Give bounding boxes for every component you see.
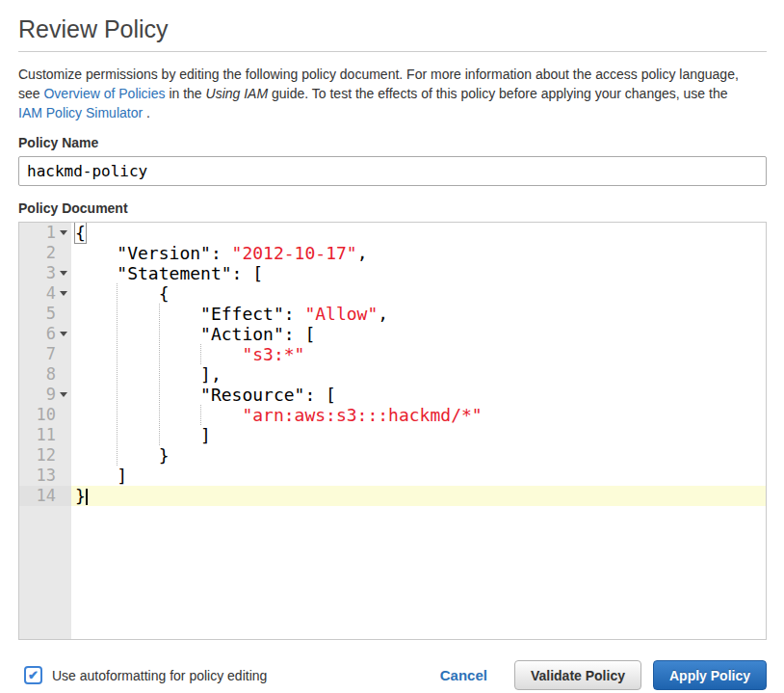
autoformat-checkbox[interactable]: ✔	[24, 666, 42, 684]
iam-policy-simulator-link[interactable]: IAM Policy Simulator	[18, 105, 143, 120]
json-punctuation: {	[75, 283, 170, 304]
editor-line-4[interactable]: 4 {	[19, 283, 766, 304]
editor-line-11[interactable]: 11 ]	[19, 425, 766, 445]
json-key: "Effect"	[200, 304, 284, 324]
fold-arrow-icon[interactable]	[60, 271, 67, 276]
json-punctuation: ],	[75, 364, 222, 385]
gutter-cell[interactable]: 7	[19, 344, 71, 364]
line-number: 14	[37, 486, 56, 505]
policy-document-editor[interactable]: 1{2 "Version": "2012-10-17",3 "Statement…	[18, 222, 767, 640]
intro-text: Using IAM	[206, 86, 269, 101]
json-punctuation: ]	[75, 466, 127, 486]
line-number: 6	[46, 324, 56, 343]
json-punctuation: ,	[378, 304, 388, 324]
code-line: ],	[71, 364, 766, 385]
policy-document-label: Policy Document	[18, 200, 767, 216]
gutter-cell[interactable]: 5	[19, 304, 71, 324]
line-number: 7	[46, 344, 56, 363]
json-punctuation	[75, 385, 200, 405]
indent-guide	[159, 304, 160, 445]
autoformat-checkbox-wrap[interactable]: ✔ Use autoformatting for policy editing	[24, 666, 267, 684]
code-line: ]	[71, 425, 766, 445]
indent-guide	[117, 283, 118, 466]
gutter-cell[interactable]: 4	[19, 283, 71, 304]
code-line: }	[71, 486, 766, 506]
overview-of-policies-link[interactable]: Overview of Policies	[43, 86, 165, 101]
editor-line-6[interactable]: 6 "Action": [	[19, 324, 766, 344]
gutter-cell[interactable]: 14	[19, 486, 71, 506]
editor-line-12[interactable]: 12 }	[19, 445, 766, 466]
apply-policy-button[interactable]: Apply Policy	[653, 660, 767, 690]
fold-arrow-icon[interactable]	[60, 230, 67, 235]
gutter-cell[interactable]: 8	[19, 364, 71, 385]
fold-arrow-icon[interactable]	[60, 291, 67, 296]
json-punctuation: :	[284, 304, 305, 324]
editor-line-13[interactable]: 13 ]	[19, 466, 766, 486]
json-key: "Statement"	[117, 263, 231, 283]
code-line: "Effect": "Allow",	[71, 304, 766, 324]
json-punctuation: }	[75, 445, 170, 466]
code-line: "arn:aws:s3:::hackmd/*"	[71, 405, 766, 425]
json-punctuation: : [	[232, 263, 264, 283]
text-cursor	[86, 489, 88, 505]
autoformat-checkbox-label: Use autoformatting for policy editing	[52, 668, 267, 683]
gutter-cell[interactable]: 1	[19, 223, 71, 243]
json-punctuation: ]	[75, 425, 211, 445]
code-line: {	[71, 223, 766, 243]
json-string-value: "arn:aws:s3:::hackmd/*"	[242, 405, 482, 425]
gutter-cell[interactable]: 6	[19, 324, 71, 344]
line-number: 4	[46, 283, 56, 303]
code-line: "Version": "2012-10-17",	[71, 243, 766, 263]
intro-paragraph: Customize permissions by editing the fol…	[18, 65, 767, 122]
gutter-cell[interactable]: 9	[19, 385, 71, 405]
json-string-value: "Allow"	[304, 304, 378, 324]
line-number: 10	[37, 405, 56, 424]
cancel-link[interactable]: Cancel	[440, 667, 487, 683]
json-punctuation: ,	[357, 243, 368, 263]
fold-arrow-icon[interactable]	[60, 332, 67, 336]
line-number: 13	[37, 466, 56, 485]
editor-line-9[interactable]: 9 "Resource": [	[19, 385, 766, 405]
line-number: 1	[46, 223, 56, 242]
gutter-cell[interactable]: 3	[19, 263, 71, 283]
json-key: "Version"	[117, 243, 211, 263]
fold-arrow-icon[interactable]	[60, 392, 67, 397]
editor-line-8[interactable]: 8 ],	[19, 364, 766, 385]
gutter-cell[interactable]: 12	[19, 445, 71, 466]
indent-guide	[200, 344, 201, 364]
json-punctuation: : [	[304, 385, 336, 405]
editor-line-7[interactable]: 7 "s3:*"	[19, 344, 766, 364]
policy-name-input[interactable]	[18, 156, 767, 186]
gutter-cell[interactable]: 11	[19, 425, 71, 445]
editor-line-5[interactable]: 5 "Effect": "Allow",	[19, 304, 766, 324]
intro-text: .	[143, 105, 150, 120]
editor-rows: 1{2 "Version": "2012-10-17",3 "Statement…	[19, 223, 766, 506]
gutter-cell[interactable]: 13	[19, 466, 71, 486]
line-number: 12	[37, 445, 56, 465]
policy-name-label: Policy Name	[18, 135, 767, 150]
intro-text: see	[18, 86, 43, 101]
indent-guide	[200, 405, 201, 425]
json-punctuation	[75, 243, 117, 263]
editor-line-10[interactable]: 10 "arn:aws:s3:::hackmd/*"	[19, 405, 766, 425]
json-punctuation	[75, 263, 117, 283]
code-line: {	[71, 283, 766, 304]
validate-policy-button[interactable]: Validate Policy	[514, 660, 641, 690]
line-number: 3	[46, 263, 56, 282]
json-key: "Action"	[200, 324, 284, 344]
editor-line-14[interactable]: 14}	[19, 486, 766, 506]
editor-line-2[interactable]: 2 "Version": "2012-10-17",	[19, 243, 766, 263]
editor-line-1[interactable]: 1{	[19, 223, 766, 243]
json-key: "Resource"	[200, 385, 304, 405]
code-line: "Action": [	[71, 324, 766, 344]
intro-text: guide. To test the effects of this polic…	[268, 86, 727, 101]
code-line: "Statement": [	[71, 263, 766, 283]
line-number: 2	[46, 243, 56, 262]
title-divider	[18, 51, 767, 52]
json-punctuation: :	[211, 243, 232, 263]
json-punctuation	[75, 304, 200, 324]
gutter-cell[interactable]: 10	[19, 405, 71, 425]
editor-line-3[interactable]: 3 "Statement": [	[19, 263, 766, 283]
gutter-cell[interactable]: 2	[19, 243, 71, 263]
code-line: }	[71, 445, 766, 466]
